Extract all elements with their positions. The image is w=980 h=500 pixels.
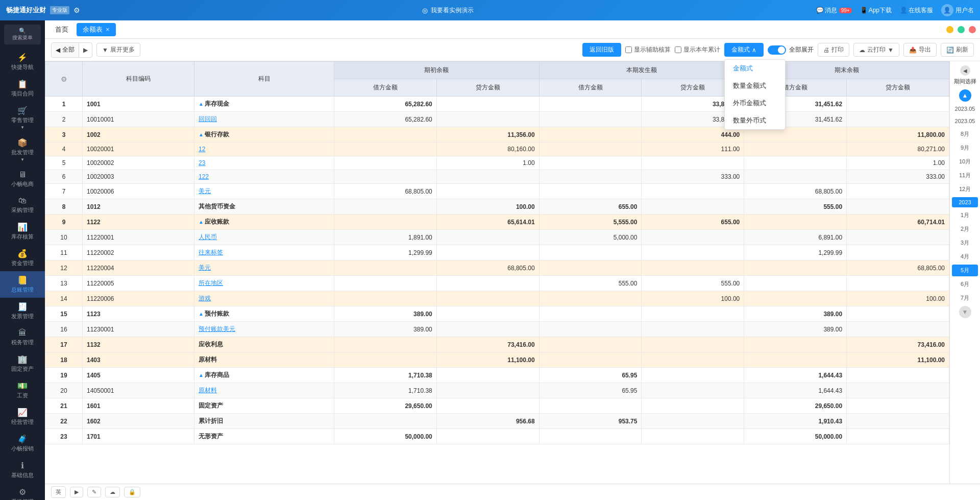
table-row[interactable]: 12 11220004 美元 68,805.00 68,805.00 <box>45 260 949 276</box>
show-year-checkbox[interactable]: 显示本年累计 <box>675 45 720 54</box>
mode-selector-button[interactable]: 金额式 ∧ <box>724 43 764 57</box>
toggle-switch[interactable] <box>768 45 786 55</box>
cell-name[interactable]: ▲银行存款 <box>194 127 334 142</box>
show-assist-checkbox[interactable]: 显示辅助核算 <box>625 45 671 54</box>
sidebar-item-quick-nav[interactable]: ⚡ 快捷导航 <box>0 49 45 75</box>
month-11[interactable]: 11月 <box>952 170 978 181</box>
cell-name[interactable]: 固定资产 <box>194 398 334 414</box>
cell-name[interactable]: 回回回 <box>194 112 334 127</box>
sidebar-item-wholesale[interactable]: 📦 批发管理 ▼ <box>0 134 45 166</box>
period-item-2[interactable]: 2023.05 <box>952 116 978 126</box>
refresh-button[interactable]: 🔄 刷新 <box>941 43 974 57</box>
bottom-play-button[interactable]: ▶ <box>70 487 83 497</box>
cell-name[interactable]: 所在地区 <box>194 276 334 291</box>
cell-name[interactable]: 应收利息 <box>194 337 334 352</box>
cell-name[interactable]: 人民币 <box>194 230 334 245</box>
month-10[interactable]: 10月 <box>952 156 978 168</box>
cell-name[interactable]: 美元 <box>194 184 334 199</box>
cell-name[interactable]: 游戏 <box>194 291 334 306</box>
download-button[interactable]: 📱 App下载 <box>860 6 892 15</box>
tab-close-button[interactable]: × <box>106 26 110 33</box>
table-row[interactable]: 6 10020003 122 333.00 333.00 <box>45 170 949 184</box>
right-panel-collapse-button[interactable]: ◀ <box>960 65 970 76</box>
sidebar-item-project[interactable]: 📋 项目合同 <box>0 75 45 102</box>
cell-name[interactable]: 无形资产 <box>194 429 334 444</box>
table-row[interactable]: 5 10020002 23 1.00 1.00 <box>45 156 949 170</box>
year-checkbox-input[interactable] <box>675 46 681 53</box>
table-row[interactable]: 23 1701 无形资产 50,000.00 50,000.00 <box>45 429 949 444</box>
table-row[interactable]: 1 1001 ▲库存现金 65,282.60 33,830.98 31,451.… <box>45 97 949 112</box>
dropdown-item-qty-amount[interactable]: 数量金额式 <box>725 77 785 94</box>
bottom-cloud-button[interactable]: ☁ <box>105 487 120 497</box>
tab-home[interactable]: 首页 <box>49 23 75 36</box>
sidebar-item-tax[interactable]: 🏛 税务管理 <box>0 324 45 350</box>
table-row[interactable]: 16 11230001 预付账款美元 389.00 389.00 <box>45 322 949 337</box>
print-button[interactable]: 🖨 打印 <box>818 43 849 57</box>
table-row[interactable]: 13 11220005 所在地区 555.00 555.00 <box>45 276 949 291</box>
gear-icon[interactable]: ⚙ <box>74 6 80 14</box>
cell-name[interactable]: 122 <box>194 170 334 184</box>
user-avatar[interactable]: 👤 用户名 <box>941 4 974 16</box>
cell-name[interactable]: 预付账款美元 <box>194 322 334 337</box>
assist-checkbox-input[interactable] <box>625 46 632 53</box>
sidebar-item-operations[interactable]: 📈 经营管理 <box>0 403 45 430</box>
cell-name[interactable]: ▲预付账款 <box>194 306 334 322</box>
export-button[interactable]: 📤 导出 <box>903 43 937 57</box>
period-item-1[interactable]: 2023.05 <box>952 104 978 114</box>
month-4[interactable]: 4月 <box>952 251 978 263</box>
expand-all-toggle[interactable]: 全部展开 <box>768 45 814 55</box>
bottom-edit-button[interactable]: ✎ <box>87 487 101 497</box>
table-row[interactable]: 11 11220002 往来标签 1,299.99 1,299.99 <box>45 245 949 260</box>
cell-name[interactable]: 美元 <box>194 260 334 276</box>
tab-balance-sheet[interactable]: 余额表 × <box>77 23 116 36</box>
table-row[interactable]: 17 1132 应收利息 73,416.00 73,416.00 <box>45 337 949 352</box>
bottom-lock-button[interactable]: 🔒 <box>124 487 140 497</box>
year-2023[interactable]: 2023 <box>952 197 978 207</box>
table-settings-icon[interactable]: ⚙ <box>61 75 67 83</box>
dropdown-item-foreign-amount[interactable]: 外币金额式 <box>725 94 785 112</box>
cell-name[interactable]: 原材料 <box>194 352 334 368</box>
cell-name[interactable]: 12 <box>194 142 334 156</box>
table-row[interactable]: 10 11220001 人民币 1,891.00 5,000.00 6,891.… <box>45 230 949 245</box>
month-6[interactable]: 6月 <box>952 278 978 290</box>
table-row[interactable]: 7 10020006 美元 68,805.00 68,805.00 <box>45 184 949 199</box>
dropdown-item-qty-foreign[interactable]: 数量外币式 <box>725 112 785 129</box>
cloud-print-button[interactable]: ☁ 云打印 ▼ <box>853 43 899 57</box>
right-panel-up-button[interactable]: ▲ <box>959 89 971 102</box>
search-left[interactable]: ◀ 全部 <box>52 43 79 57</box>
cell-name[interactable]: 累计折旧 <box>194 414 334 429</box>
month-3[interactable]: 3月 <box>952 237 978 249</box>
cell-name[interactable]: 往来标签 <box>194 245 334 260</box>
return-old-version-button[interactable]: 返回旧版 <box>582 43 621 57</box>
month-8[interactable]: 8月 <box>952 128 978 140</box>
month-2[interactable]: 2月 <box>952 223 978 235</box>
month-9[interactable]: 9月 <box>952 142 978 154</box>
expand-more-button[interactable]: ▼ 展开更多 <box>96 43 140 57</box>
table-row[interactable]: 9 1122 ▲应收账款 65,614.01 5,555.00 655.00 6… <box>45 215 949 230</box>
table-row[interactable]: 2 10010001 回回回 65,282.60 33,830.98 31,45… <box>45 112 949 127</box>
sidebar-item-funds[interactable]: 💰 资金管理 <box>0 245 45 271</box>
bottom-lang-button[interactable]: 英 <box>51 486 66 498</box>
sidebar-item-salary[interactable]: 💵 工资 <box>0 377 45 403</box>
sidebar-item-purchase[interactable]: 🛍 采购管理 <box>0 192 45 218</box>
search-right[interactable]: ▶ <box>79 44 92 56</box>
dropdown-item-amount[interactable]: 金额式 <box>725 60 785 77</box>
table-row[interactable]: 14 11220006 游戏 100.00 100.00 <box>45 291 949 306</box>
cell-name[interactable]: 23 <box>194 156 334 170</box>
sidebar-item-expense[interactable]: 🧳 小畅报销 <box>0 430 45 457</box>
sidebar-item-ledger[interactable]: 📒 总账管理 <box>0 271 45 298</box>
month-1[interactable]: 1月 <box>952 209 978 221</box>
table-row[interactable]: 19 1405 ▲库存商品 1,710.38 65.95 1,644.43 <box>45 368 949 383</box>
cell-name[interactable]: ▲库存商品 <box>194 368 334 383</box>
month-7[interactable]: 7月 <box>952 292 978 304</box>
sidebar-item-ecommerce[interactable]: 🖥 小畅电商 <box>0 166 45 192</box>
month-12[interactable]: 12月 <box>952 183 978 195</box>
table-row[interactable]: 20 14050001 原材料 1,710.38 65.95 1,644.43 <box>45 383 949 398</box>
window-minimize-button[interactable] <box>946 26 953 33</box>
window-maximize-button[interactable] <box>958 26 965 33</box>
table-row[interactable]: 18 1403 原材料 11,100.00 11,100.00 <box>45 352 949 368</box>
sidebar-search[interactable]: 🔍 搜索菜单 <box>4 25 41 44</box>
sidebar-item-inventory[interactable]: 📊 库存核算 <box>0 218 45 245</box>
demo-link[interactable]: 我要看实例演示 <box>431 6 474 15</box>
message-button[interactable]: 💬 消息 99+ <box>816 6 852 15</box>
